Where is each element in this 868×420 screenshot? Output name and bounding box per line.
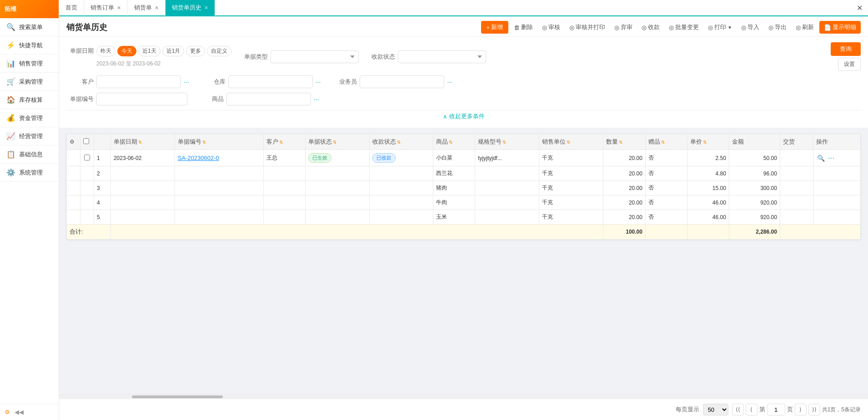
last-page-button[interactable]: ⟩⟩ bbox=[808, 404, 820, 415]
print-button[interactable]: ◎ 打印 ▼ bbox=[704, 21, 736, 33]
collapse-button[interactable]: ∧ 收起更多条件 bbox=[66, 110, 861, 122]
goods-label: 商品 bbox=[196, 95, 224, 103]
col-doc-no[interactable]: 单据编号⇅ bbox=[175, 134, 263, 150]
show-detail-button[interactable]: 📄 显示明细 bbox=[819, 21, 861, 34]
filter-doc-no: 单据编号 bbox=[66, 93, 187, 105]
row-1-actions: 🔍 ⋯ bbox=[813, 150, 861, 166]
sidebar-item-basic-info[interactable]: 📋 基础信息 bbox=[0, 145, 59, 164]
sidebar-collapse-icon[interactable]: ◀◀ bbox=[15, 409, 24, 415]
sidebar-logo: 拓维 bbox=[0, 0, 59, 18]
warehouse-label: 仓库 bbox=[198, 78, 226, 86]
tab-close-all-button[interactable]: ✕ bbox=[851, 4, 868, 12]
sort-gift-icon: ⇅ bbox=[661, 140, 665, 145]
warehouse-input[interactable] bbox=[228, 75, 313, 88]
sidebar-item-operations[interactable]: 📈 经营管理 bbox=[0, 127, 59, 145]
warehouse-dots[interactable]: ··· bbox=[316, 78, 321, 85]
col-actions: 操作 bbox=[813, 134, 861, 150]
page-number-input[interactable] bbox=[767, 404, 785, 415]
table-row: 5 玉米 千克 20.00 否 46.00 920.00 bbox=[67, 210, 861, 225]
col-customer[interactable]: 客户⇅ bbox=[263, 134, 305, 150]
date-btn-today[interactable]: 今天 bbox=[117, 46, 136, 56]
prev-page-button[interactable]: ⟨ bbox=[746, 404, 758, 415]
tab-sales-order[interactable]: 销售订单 ✕ bbox=[84, 0, 128, 16]
filter-area: 单据日期 昨天 今天 近1天 近1月 更多 自定义 2023-06-02 至 2… bbox=[59, 37, 868, 128]
col-doc-status[interactable]: 单据状态⇅ bbox=[305, 134, 369, 150]
goods-dots[interactable]: ··· bbox=[314, 95, 319, 103]
set-button[interactable]: 设置 bbox=[838, 58, 861, 71]
export-button[interactable]: ◎ 导出 bbox=[765, 21, 790, 33]
sort-doc-date-icon: ⇅ bbox=[138, 140, 142, 145]
sidebar-settings-icon[interactable]: ⚙ bbox=[5, 409, 10, 415]
query-button[interactable]: 查询 bbox=[831, 42, 861, 56]
col-unit-price[interactable]: 单价⇅ bbox=[687, 134, 729, 150]
col-unit[interactable]: 销售单位⇅ bbox=[539, 134, 603, 150]
col-doc-date[interactable]: 单据日期⇅ bbox=[110, 134, 175, 150]
sidebar-item-search-menu[interactable]: 🔍 搜索菜单 bbox=[0, 18, 59, 36]
filter-row-3: 单据编号 商品 ··· bbox=[66, 93, 861, 105]
tab-sales-history[interactable]: 销货单历史 ✕ bbox=[166, 0, 215, 16]
row-1-doc-no-link[interactable]: SA-20230602-0 bbox=[178, 155, 219, 161]
col-payment-status[interactable]: 收款状态⇅ bbox=[369, 134, 433, 150]
tab-sales-goods[interactable]: 销货单 ✕ bbox=[128, 0, 166, 16]
refresh-button[interactable]: ◎ 刷新 bbox=[792, 21, 818, 33]
select-all-checkbox[interactable] bbox=[83, 138, 89, 144]
sidebar-item-sales-mgmt[interactable]: 📊 销售管理 bbox=[0, 55, 59, 73]
date-btn-yesterday[interactable]: 昨天 bbox=[96, 46, 115, 56]
staff-input[interactable] bbox=[360, 75, 444, 88]
tab-close-sales-history[interactable]: ✕ bbox=[204, 5, 208, 11]
audit-button[interactable]: ◎ 审核 bbox=[538, 21, 564, 33]
per-page-select[interactable]: 50 100 200 bbox=[703, 404, 728, 415]
row-5-gift: 否 bbox=[645, 210, 687, 225]
goods-input[interactable] bbox=[226, 93, 311, 105]
sidebar-item-sys-mgmt[interactable]: ⚙️ 系统管理 bbox=[0, 164, 59, 182]
import-button[interactable]: ◎ 导入 bbox=[738, 21, 763, 33]
sidebar-item-inventory[interactable]: 🏠 库存核算 bbox=[0, 91, 59, 109]
sidebar-item-purchase-mgmt[interactable]: 🛒 采购管理 bbox=[0, 73, 59, 91]
batch-icon: ◎ bbox=[669, 24, 674, 31]
collect-button[interactable]: ◎ 收款 bbox=[638, 21, 663, 33]
delete-icon: 🗑 bbox=[514, 24, 520, 31]
discard-icon: ◎ bbox=[614, 24, 619, 31]
first-page-button[interactable]: ⟨⟨ bbox=[732, 404, 744, 415]
row-1-view-icon[interactable]: 🔍 bbox=[817, 155, 825, 162]
add-button[interactable]: + 新增 bbox=[481, 21, 509, 34]
doc-no-input[interactable] bbox=[96, 93, 187, 105]
batch-change-button[interactable]: ◎ 批量变更 bbox=[665, 21, 702, 33]
row-1-checkbox[interactable] bbox=[84, 155, 90, 160]
tab-close-sales-order[interactable]: ✕ bbox=[117, 5, 121, 11]
customer-input[interactable] bbox=[96, 75, 181, 88]
col-goods[interactable]: 商品⇅ bbox=[433, 134, 475, 150]
sidebar-item-quick-nav[interactable]: ⚡ 快捷导航 bbox=[0, 36, 59, 55]
audit-icon: ◎ bbox=[542, 24, 547, 31]
discard-button[interactable]: ◎ 弃审 bbox=[611, 21, 636, 33]
flash-icon: ⚡ bbox=[6, 41, 15, 50]
row-1-more-icon[interactable]: ⋯ bbox=[828, 155, 834, 162]
col-transaction: 交货 bbox=[780, 134, 813, 150]
col-settings[interactable]: ⚙ bbox=[67, 134, 80, 150]
col-spec[interactable]: 规格型号⇅ bbox=[475, 134, 539, 150]
date-btn-7days[interactable]: 近1天 bbox=[138, 46, 161, 56]
delete-button[interactable]: 🗑 删除 bbox=[510, 21, 537, 33]
tab-close-sales-goods[interactable]: ✕ bbox=[155, 5, 159, 11]
payment-status-select[interactable] bbox=[398, 50, 486, 63]
col-qty[interactable]: 数量⇅ bbox=[603, 134, 645, 150]
tab-home[interactable]: 首页 bbox=[59, 0, 84, 16]
scrollbar-thumb[interactable] bbox=[132, 395, 223, 398]
sidebar-item-finance[interactable]: 💰 资金管理 bbox=[0, 109, 59, 127]
audit-print-button[interactable]: ◎ 审核并打印 bbox=[566, 21, 609, 33]
horizontal-scrollbar[interactable] bbox=[59, 394, 868, 399]
staff-dots[interactable]: ··· bbox=[447, 78, 452, 85]
doc-no-label: 单据编号 bbox=[66, 95, 94, 103]
row-2-unit-price: 4.80 bbox=[687, 166, 729, 181]
col-gift[interactable]: 赠品⇅ bbox=[645, 134, 687, 150]
doc-type-select[interactable] bbox=[271, 50, 359, 63]
filter-date: 单据日期 昨天 今天 近1天 近1月 更多 自定义 2023-06-02 至 2… bbox=[66, 46, 231, 68]
date-btn-more[interactable]: 更多 bbox=[186, 46, 205, 56]
next-page-button[interactable]: ⟩ bbox=[795, 404, 807, 415]
sort-customer-icon: ⇅ bbox=[279, 140, 283, 145]
row-1-unit-price: 2.50 bbox=[687, 150, 729, 166]
date-btn-custom[interactable]: 自定义 bbox=[207, 46, 231, 56]
date-btn-1month[interactable]: 近1月 bbox=[162, 46, 185, 56]
row-2-qty: 20.00 bbox=[603, 166, 645, 181]
customer-dots[interactable]: ··· bbox=[184, 78, 189, 85]
